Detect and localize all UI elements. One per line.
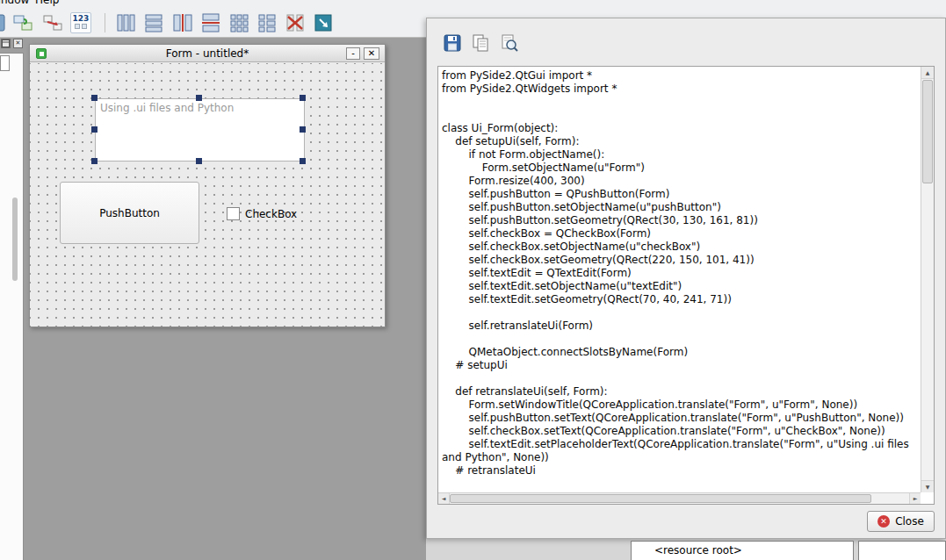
selection-handle[interactable]: [300, 126, 306, 133]
textedit-placeholder: Using .ui files and Python: [96, 99, 304, 117]
left-dock-titlebar-buttons: ✕: [1, 39, 23, 48]
resource-browser-panel[interactable]: <resource root>: [631, 541, 854, 560]
selection-handle[interactable]: [91, 158, 97, 164]
scroll-down-icon[interactable]: ▼: [921, 480, 934, 492]
scroll-up-icon[interactable]: ▲: [921, 67, 934, 79]
bottom-right-panel: [858, 541, 946, 560]
copy-icon[interactable]: [471, 33, 490, 53]
form-window-titlebar[interactable]: Form - untitled* - ✕: [30, 45, 385, 62]
vertical-scroll-thumb[interactable]: [922, 80, 933, 183]
dock-float-icon[interactable]: [1, 39, 11, 48]
horizontal-scroll-thumb[interactable]: [450, 494, 871, 503]
save-icon[interactable]: [443, 33, 462, 53]
pushbutton-widget[interactable]: PushButton: [60, 182, 199, 244]
selection-handle[interactable]: [196, 158, 202, 164]
code-vertical-scrollbar: ▲ ▼: [921, 67, 934, 492]
layout-form-icon[interactable]: [256, 12, 278, 33]
scroll-left-icon[interactable]: ◄: [438, 493, 450, 504]
minimize-button[interactable]: -: [346, 47, 360, 60]
scroll-right-icon[interactable]: ►: [909, 493, 921, 504]
edit-signals-slots-icon[interactable]: [12, 12, 33, 33]
code-view-dialog: from PySide2.QtGui import * from PySide2…: [426, 18, 946, 539]
layout-splitter-horizontal-icon[interactable]: [172, 12, 193, 33]
close-x-icon: ✕: [877, 515, 890, 528]
tab-order-digits: 123: [71, 13, 90, 24]
adjust-size-icon[interactable]: [313, 12, 334, 33]
edit-buddies-icon[interactable]: [42, 12, 63, 33]
code-horizontal-scrollbar: ◄ ►: [438, 492, 921, 504]
qt-designer-screen: { "colors": { "selection_handle": "#2438…: [0, 0, 946, 560]
resource-root-label: <resource root>: [654, 544, 742, 556]
form-editor-window: Form - untitled* - ✕ Using .ui files and…: [29, 44, 386, 327]
layout-splitter-vertical-icon[interactable]: [200, 12, 221, 33]
widget-filter-input[interactable]: [0, 55, 10, 71]
close-button[interactable]: ✕ Close: [867, 511, 935, 532]
toolbar-separator: [105, 13, 105, 32]
menu-help[interactable]: Help: [35, 0, 59, 6]
edit-tab-order-icon[interactable]: 123: [70, 12, 91, 33]
selection-handle[interactable]: [91, 95, 97, 101]
selection-handle[interactable]: [196, 95, 202, 101]
widget-box-panel: [0, 53, 24, 560]
checkbox-indicator[interactable]: [227, 207, 240, 220]
checkbox-label: CheckBox: [245, 208, 297, 220]
break-layout-icon[interactable]: [285, 12, 306, 33]
layout-vertical-icon[interactable]: [143, 12, 164, 33]
menu-window[interactable]: Window: [0, 0, 29, 6]
textedit-widget[interactable]: Using .ui files and Python: [95, 98, 305, 162]
close-window-button[interactable]: ✕: [364, 47, 379, 60]
find-icon[interactable]: [500, 33, 519, 53]
menubar: Window Help: [0, 0, 946, 8]
selection-handle[interactable]: [300, 158, 306, 164]
form-window-title: Form - untitled*: [30, 45, 385, 62]
edit-widgets-icon[interactable]: [0, 12, 8, 33]
close-button-label: Close: [895, 515, 924, 528]
widget-box-scrollbar[interactable]: [12, 197, 18, 281]
selection-handle[interactable]: [91, 126, 97, 133]
tab-order-boxes: [71, 24, 90, 29]
layout-horizontal-icon[interactable]: [115, 12, 136, 33]
layout-grid-icon[interactable]: [228, 12, 249, 33]
selection-handle[interactable]: [300, 95, 306, 101]
checkbox-widget[interactable]: CheckBox: [227, 207, 297, 220]
code-text[interactable]: from PySide2.QtGui import * from PySide2…: [438, 67, 921, 492]
code-area: from PySide2.QtGui import * from PySide2…: [437, 66, 935, 505]
dock-close-icon[interactable]: ✕: [13, 39, 23, 48]
